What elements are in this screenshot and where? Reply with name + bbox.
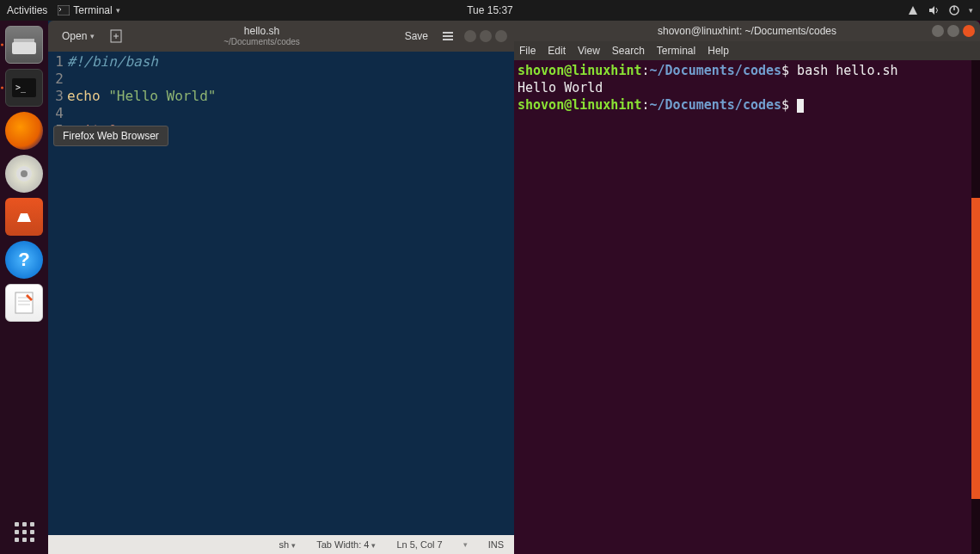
workspace: Open ▾ hello.sh ~/Documents/codes Save 1… xyxy=(48,21,980,554)
line-number: 4 xyxy=(48,105,64,122)
maximize-button[interactable] xyxy=(947,25,959,37)
app-menu[interactable]: Terminal ▾ xyxy=(58,4,119,16)
volume-icon xyxy=(928,4,940,16)
close-button[interactable] xyxy=(963,25,975,37)
terminal-line: Hello World xyxy=(518,79,977,96)
open-label: Open xyxy=(62,30,87,42)
gedit-window: Open ▾ hello.sh ~/Documents/codes Save 1… xyxy=(48,21,514,554)
open-button[interactable]: Open ▾ xyxy=(55,27,101,46)
menu-edit[interactable]: Edit xyxy=(548,45,566,57)
window-controls xyxy=(932,25,975,37)
dock-tooltip: Firefox Web Browser xyxy=(53,126,168,146)
line-number: 2 xyxy=(48,71,64,88)
clock[interactable]: Tue 15:37 xyxy=(467,4,513,16)
menu-view[interactable]: View xyxy=(578,45,600,57)
terminal-icon xyxy=(58,4,70,16)
dock-software[interactable] xyxy=(5,198,43,236)
ubuntu-dock: >_ ? xyxy=(0,21,48,554)
dock-settings[interactable] xyxy=(5,155,43,193)
document-path: ~/Documents/codes xyxy=(127,37,395,46)
terminal-window: shovon@linuxhint: ~/Documents/codes File… xyxy=(514,21,980,554)
code-line[interactable]: echo "Hello World" xyxy=(67,88,514,105)
scrollbar[interactable] xyxy=(971,60,980,554)
scrollbar-thumb[interactable] xyxy=(971,198,980,499)
dock-firefox[interactable] xyxy=(5,112,43,150)
svg-text:>_: >_ xyxy=(15,83,27,93)
menu-terminal[interactable]: Terminal xyxy=(657,45,695,57)
code-line[interactable] xyxy=(67,105,514,122)
tabwidth-selector[interactable]: Tab Width: 4 ▾ xyxy=(316,539,376,550)
minimize-button[interactable] xyxy=(464,30,476,42)
code-line[interactable] xyxy=(67,71,514,88)
status-tray[interactable]: ▾ xyxy=(907,4,973,16)
language-selector[interactable]: sh ▾ xyxy=(279,539,297,550)
cursor-position: Ln 5, Col 7 xyxy=(396,539,442,550)
dock-show-apps[interactable] xyxy=(15,522,34,542)
terminal-line: shovon@linuxhint:~/Documents/codes$ bash… xyxy=(518,62,977,79)
editor-area[interactable]: 12345 #!/bin/bashecho "Hello World"exit … xyxy=(48,52,514,535)
dock-terminal[interactable]: >_ xyxy=(5,69,43,107)
menu-file[interactable]: File xyxy=(519,45,536,57)
document-title: hello.sh xyxy=(244,25,279,37)
line-number: 1 xyxy=(48,53,64,71)
terminal-body[interactable]: shovon@linuxhint:~/Documents/codes$ bash… xyxy=(514,60,980,554)
cursor xyxy=(797,99,804,113)
gnome-topbar: Activities Terminal ▾ Tue 15:37 ▾ xyxy=(0,0,980,21)
menu-help[interactable]: Help xyxy=(707,45,729,57)
gedit-headerbar: Open ▾ hello.sh ~/Documents/codes Save xyxy=(48,21,514,52)
network-icon xyxy=(907,4,919,16)
svg-rect-4 xyxy=(12,42,36,54)
minimize-button[interactable] xyxy=(932,25,944,37)
chevron-down-icon: ▾ xyxy=(90,32,95,40)
terminal-title-text: shovon@linuxhint: ~/Documents/codes xyxy=(658,25,836,37)
chevron-down-icon: ▾ xyxy=(116,6,120,15)
dock-notes[interactable] xyxy=(5,284,43,322)
window-controls xyxy=(464,30,507,42)
code-line[interactable]: #!/bin/bash xyxy=(67,53,514,71)
insert-mode[interactable]: INS xyxy=(488,539,504,550)
terminal-line: shovon@linuxhint:~/Documents/codes$ xyxy=(518,96,977,114)
new-document-button[interactable] xyxy=(105,26,127,46)
hamburger-menu[interactable] xyxy=(437,28,459,45)
gedit-title: hello.sh ~/Documents/codes xyxy=(127,26,395,46)
line-number: 3 xyxy=(48,88,64,105)
power-icon xyxy=(948,4,960,16)
terminal-titlebar: shovon@linuxhint: ~/Documents/codes xyxy=(514,21,980,41)
terminal-menubar: FileEditViewSearchTerminalHelp xyxy=(514,41,980,60)
activities-button[interactable]: Activities xyxy=(7,4,47,16)
save-button[interactable]: Save xyxy=(396,27,437,46)
chevron-down-icon: ▾ xyxy=(969,6,973,15)
dock-help[interactable]: ? xyxy=(5,241,43,279)
svg-rect-9 xyxy=(15,292,33,313)
maximize-button[interactable] xyxy=(480,30,492,42)
menu-search[interactable]: Search xyxy=(612,45,645,57)
app-menu-label: Terminal xyxy=(73,4,112,16)
svg-rect-0 xyxy=(58,5,70,15)
svg-point-8 xyxy=(21,170,28,177)
dock-files[interactable] xyxy=(5,26,43,64)
close-button[interactable] xyxy=(495,30,507,42)
gedit-statusbar: sh ▾ Tab Width: 4 ▾ Ln 5, Col 7 ▾ INS xyxy=(48,535,514,554)
svg-rect-3 xyxy=(14,39,34,42)
